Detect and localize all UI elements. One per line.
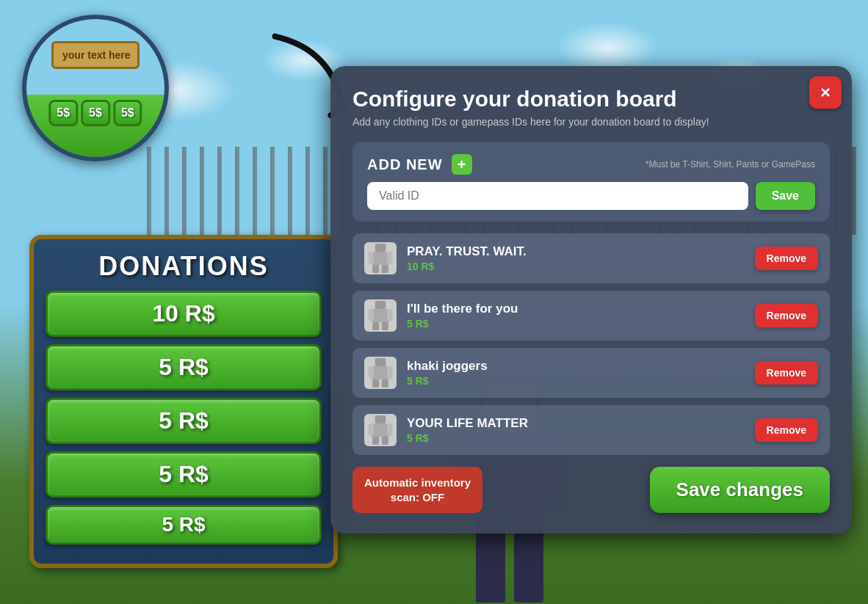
- donation-board-title: DONATIONS: [46, 251, 322, 282]
- svg-rect-14: [369, 366, 374, 378]
- item-row-1: I'll be there for you 5 R$ Remove: [352, 291, 830, 341]
- preview-sign-text: your text here: [62, 49, 131, 61]
- save-changes-button[interactable]: Save changes: [650, 467, 830, 513]
- svg-rect-3: [387, 252, 392, 263]
- svg-rect-4: [372, 265, 379, 273]
- donation-row-4: 5 R$: [46, 451, 322, 498]
- item-icon-1: [364, 299, 397, 332]
- item-price-3: 5 R$: [407, 432, 745, 444]
- item-icon-2: [364, 357, 397, 389]
- add-new-save-button[interactable]: Save: [756, 182, 815, 210]
- svg-rect-18: [375, 415, 386, 423]
- item-remove-button-1[interactable]: Remove: [755, 304, 818, 327]
- item-icon-3: [364, 414, 397, 446]
- item-remove-button-2[interactable]: Remove: [755, 361, 818, 385]
- svg-rect-11: [382, 322, 388, 330]
- svg-rect-22: [372, 437, 379, 445]
- donation-row-2: 5 R$: [46, 344, 322, 390]
- svg-rect-23: [382, 437, 388, 445]
- item-price-0: 10 R$: [407, 261, 745, 272]
- donation-row-3: 5 R$: [46, 398, 322, 444]
- item-row-0: PRAY. TRUST. WAIT. 10 R$ Remove: [352, 233, 830, 283]
- configure-modal: × Configure your donation board Add any …: [330, 66, 852, 534]
- item-name-0: PRAY. TRUST. WAIT.: [407, 244, 745, 259]
- item-name-1: I'll be there for you: [407, 302, 745, 316]
- preview-circle: your text here 5$ 5$ 5$: [22, 15, 169, 161]
- modal-close-button[interactable]: ×: [809, 76, 842, 109]
- add-new-section: ADD NEW + *Must be T-Shirt, Shirt, Pants…: [352, 142, 830, 222]
- preview-price-2: 5$: [81, 100, 110, 126]
- preview-price-3: 5$: [113, 100, 142, 126]
- item-remove-button-0[interactable]: Remove: [755, 247, 818, 270]
- svg-rect-16: [372, 379, 379, 387]
- item-price-1: 5 R$: [407, 318, 745, 330]
- svg-rect-20: [369, 423, 374, 435]
- svg-rect-0: [375, 244, 386, 252]
- modal-bottom-bar: Automatic inventory scan: OFF Save chang…: [352, 467, 830, 513]
- add-new-row: Save: [367, 182, 815, 210]
- add-new-label: ADD NEW: [367, 156, 443, 173]
- add-new-header: ADD NEW + *Must be T-Shirt, Shirt, Pants…: [367, 154, 815, 175]
- svg-rect-5: [382, 265, 388, 273]
- item-price-2: 5 R$: [407, 375, 745, 387]
- add-new-plus-button[interactable]: +: [452, 154, 472, 175]
- item-name-2: khaki joggers: [407, 359, 745, 374]
- svg-rect-12: [375, 358, 386, 366]
- svg-rect-8: [369, 309, 374, 321]
- item-row-2: khaki joggers 5 R$ Remove: [352, 348, 830, 398]
- svg-rect-6: [375, 301, 386, 309]
- item-info-0: PRAY. TRUST. WAIT. 10 R$: [407, 244, 745, 272]
- item-name-3: YOUR LIFE MATTER: [407, 416, 745, 431]
- svg-rect-17: [382, 379, 388, 387]
- auto-scan-badge: Automatic inventory scan: OFF: [352, 467, 482, 513]
- svg-rect-2: [369, 252, 374, 263]
- donation-board: DONATIONS 10 R$ 5 R$ 5 R$ 5 R$ 5 R$: [29, 235, 338, 568]
- svg-rect-13: [371, 366, 389, 379]
- svg-rect-15: [387, 366, 392, 378]
- preview-price-1: 5$: [48, 100, 78, 126]
- item-info-1: I'll be there for you 5 R$: [407, 302, 745, 330]
- preview-sign: your text here: [51, 41, 140, 69]
- item-row-3: YOUR LIFE MATTER 5 R$ Remove: [352, 405, 830, 455]
- svg-rect-21: [387, 423, 392, 435]
- item-info-2: khaki joggers 5 R$: [407, 359, 745, 387]
- modal-subtitle: Add any clothing IDs or gamepass IDs her…: [352, 116, 830, 128]
- modal-title: Configure your donation board: [352, 87, 830, 112]
- svg-rect-9: [387, 309, 392, 321]
- svg-rect-1: [371, 252, 389, 265]
- add-new-note: *Must be T-Shirt, Shirt, Pants or GamePa…: [645, 159, 815, 170]
- donation-row-5: 5 R$: [46, 505, 322, 545]
- item-icon-0: [364, 242, 397, 274]
- svg-rect-10: [372, 322, 379, 330]
- valid-id-input[interactable]: [367, 182, 748, 210]
- item-remove-button-3[interactable]: Remove: [755, 418, 818, 442]
- svg-rect-7: [371, 309, 389, 322]
- item-info-3: YOUR LIFE MATTER 5 R$: [407, 416, 745, 444]
- donation-row-1: 10 R$: [46, 291, 322, 337]
- preview-prices: 5$ 5$ 5$: [48, 100, 142, 126]
- svg-rect-19: [371, 423, 389, 437]
